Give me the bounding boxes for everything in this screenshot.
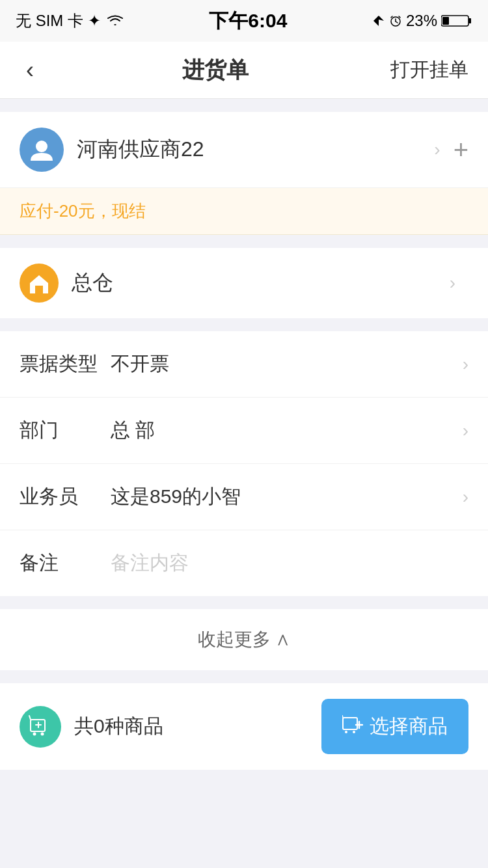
- svg-point-16: [345, 731, 347, 733]
- select-btn-icon: [342, 715, 363, 738]
- wifi-icon: [106, 14, 124, 27]
- salesperson-row[interactable]: 业务员 这是859的小智 ›: [0, 464, 488, 530]
- battery-text: 23%: [406, 12, 437, 30]
- notice-text: 应付-20元，现结: [20, 201, 146, 221]
- svg-point-12: [41, 732, 44, 735]
- svg-point-17: [353, 731, 355, 733]
- sim-text: 无 SIM 卡 ✦: [16, 10, 101, 31]
- status-time: 下午6:04: [209, 8, 287, 34]
- salesperson-value: 这是859的小智: [98, 483, 463, 510]
- invoice-chevron-icon: ›: [463, 354, 468, 375]
- product-bar: 共0种商品 选择商品: [0, 683, 488, 770]
- collapse-text: 收起更多 ∧: [198, 627, 291, 652]
- warehouse-chevron-icon: ›: [450, 273, 455, 293]
- select-icon: [342, 715, 363, 733]
- page-title: 进货单: [182, 55, 249, 85]
- product-icon-bg: [20, 706, 61, 748]
- select-product-button[interactable]: 选择商品: [321, 699, 468, 754]
- note-row[interactable]: 备注 备注内容: [0, 530, 488, 596]
- house-icon: [27, 271, 51, 295]
- product-count: 共0种商品: [74, 713, 321, 740]
- salesperson-chevron-icon: ›: [463, 487, 468, 508]
- battery-icon: [441, 14, 472, 28]
- svg-rect-9: [35, 286, 43, 293]
- salesperson-label: 业务员: [20, 483, 98, 510]
- warehouse-name: 总仓: [72, 269, 450, 297]
- location-icon: [372, 14, 385, 27]
- collapse-row[interactable]: 收起更多 ∧: [0, 609, 488, 670]
- svg-rect-6: [468, 18, 471, 23]
- supplier-row[interactable]: 河南供应商22 › +: [0, 112, 488, 188]
- invoice-label: 票据类型: [20, 351, 98, 377]
- note-label: 备注: [20, 550, 98, 576]
- dept-label: 部门: [20, 417, 98, 444]
- warehouse-row[interactable]: 总仓 ›: [0, 248, 488, 318]
- warehouse-icon-bg: [20, 264, 59, 303]
- dept-value: 总 部: [98, 417, 463, 444]
- warehouse-section: 总仓 ›: [0, 248, 488, 318]
- form-section: 票据类型 不开票 › 部门 总 部 › 业务员 这是859的小智 › 备注 备注…: [0, 331, 488, 596]
- dept-chevron-icon: ›: [463, 420, 468, 441]
- dept-row[interactable]: 部门 总 部 ›: [0, 398, 488, 464]
- svg-line-4: [399, 16, 400, 18]
- svg-point-11: [33, 732, 36, 735]
- note-placeholder[interactable]: 备注内容: [98, 550, 468, 576]
- user-icon: [28, 136, 55, 163]
- invoice-row[interactable]: 票据类型 不开票 ›: [0, 331, 488, 398]
- supplier-section: 河南供应商22 › + 应付-20元，现结: [0, 112, 488, 235]
- notice-row: 应付-20元，现结: [0, 188, 488, 235]
- status-bar: 无 SIM 卡 ✦ 下午6:04 23%: [0, 0, 488, 42]
- svg-point-8: [36, 141, 47, 152]
- select-btn-label: 选择商品: [370, 713, 448, 740]
- supplier-avatar: [20, 128, 64, 172]
- invoice-value: 不开票: [98, 351, 463, 377]
- alarm-icon: [389, 14, 402, 27]
- svg-rect-7: [442, 17, 449, 25]
- svg-rect-15: [343, 718, 357, 729]
- supplier-name: 河南供应商22: [77, 135, 434, 164]
- svg-line-3: [391, 16, 392, 18]
- nav-bar: ‹ 进货单 打开挂单: [0, 42, 488, 99]
- back-button[interactable]: ‹: [20, 50, 40, 90]
- svg-line-2: [396, 21, 398, 23]
- section-gap-1: [0, 99, 488, 112]
- supplier-chevron-icon: ›: [434, 139, 440, 160]
- cart-icon: [28, 714, 53, 739]
- open-pending-button[interactable]: 打开挂单: [390, 57, 468, 83]
- status-right: 23%: [372, 12, 472, 30]
- status-left: 无 SIM 卡 ✦: [16, 10, 124, 31]
- add-button[interactable]: +: [454, 135, 468, 165]
